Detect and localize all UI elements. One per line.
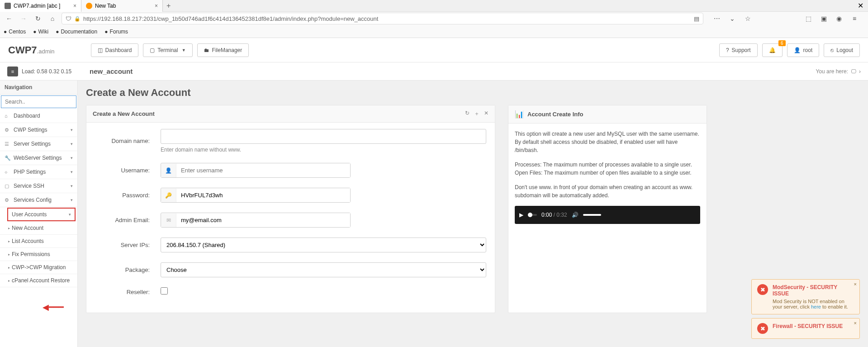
close-icon[interactable]: ✕ — [484, 110, 489, 118]
user-button[interactable]: 👤root — [787, 43, 820, 57]
chevron-down-icon: ▾ — [71, 198, 73, 202]
sidebar-icon[interactable]: ▣ — [818, 13, 829, 24]
chevron-right-icon: › — [859, 68, 861, 75]
browser-tab[interactable]: CWP7.admin [abc ] × — [0, 0, 81, 12]
form-row-serverips: Server IPs: 206.84.150.7 (Shared) — [93, 238, 489, 252]
user-icon: 👤 — [161, 164, 176, 177]
error-icon: ✖ — [757, 284, 768, 295]
password-input[interactable] — [176, 188, 350, 202]
content: Create a New Account Create a New Accoun… — [78, 81, 868, 347]
audio-player[interactable]: ▶ 0:00 / 0:32 🔊 — [515, 206, 700, 224]
panel-row: Create a New Account ↻ ＋ ✕ Domain name: … — [86, 105, 860, 313]
form-row-reseller: Reseller: — [93, 287, 489, 296]
sidebar-item-user-accounts[interactable]: User Accounts▾ — [7, 208, 76, 221]
sidebar-item-dashboard[interactable]: ⌂Dashboard — [0, 109, 77, 123]
toast-title: ModSecurity - SECURITY ISSUE — [773, 284, 854, 297]
sidebar-sub-fix-permissions[interactable]: ▸Fix Permissions — [0, 248, 77, 261]
dashboard-icon: ◫ — [98, 47, 103, 53]
sidebar-sub-list-accounts[interactable]: ▸List Accounts — [0, 235, 77, 248]
terminal-icon: ▢ — [5, 183, 11, 189]
panel-title: Account Create Info — [527, 111, 583, 118]
sidebar-sub-new-account[interactable]: ▸New Account — [0, 222, 77, 235]
toast-text: to enable it. — [821, 304, 848, 309]
breadcrumb: You are here: 🖵 › — [816, 68, 861, 75]
window-close-icon[interactable]: ✕ — [853, 1, 868, 10]
nav-search-input[interactable] — [1, 95, 76, 108]
reseller-checkbox[interactable] — [161, 287, 168, 295]
package-select[interactable]: Choose — [161, 262, 486, 277]
serverips-label: Server IPs: — [93, 242, 161, 248]
username-label: Username: — [93, 167, 161, 174]
volume-icon[interactable]: 🔊 — [572, 212, 579, 218]
refresh-icon[interactable]: ↻ — [465, 110, 470, 118]
triangle-icon: ▸ — [8, 266, 10, 270]
star-icon[interactable]: ☆ — [742, 13, 753, 24]
notifications-button[interactable]: 🔔 6 — [762, 43, 783, 57]
tab-close-icon[interactable]: × — [73, 3, 76, 9]
code-icon: ⟐ — [5, 169, 11, 175]
pocket-icon[interactable]: ⌄ — [727, 13, 738, 24]
sidebar-item-php-settings[interactable]: ⟐PHP Settings▾ — [0, 165, 77, 179]
bookmark-item[interactable]: ● Documentation — [56, 29, 97, 35]
form-row-domain: Domain name: Enter domain name without w… — [93, 129, 489, 153]
server-icon: ☰ — [5, 141, 11, 147]
toast-close-icon[interactable]: × — [854, 281, 857, 287]
form-row-email: Admin Email: ✉ — [93, 213, 489, 228]
username-input[interactable] — [176, 163, 350, 177]
menu-icon[interactable]: ≡ — [849, 13, 860, 24]
reload-button[interactable]: ↻ — [33, 13, 43, 24]
bookmark-item[interactable]: ● Centos — [4, 29, 26, 35]
new-tab-button[interactable]: + — [163, 2, 174, 10]
terminal-button[interactable]: ▢Terminal▼ — [143, 43, 192, 57]
sidebar-item-webserver-settings[interactable]: 🔧WebServer Settings▾ — [0, 151, 77, 165]
library-icon[interactable]: ⬚ — [803, 13, 814, 24]
chart-icon: 📊 — [515, 110, 524, 119]
dashboard-button[interactable]: ◫Dashboard — [91, 43, 139, 57]
more-icon[interactable]: ⋯ — [711, 13, 722, 24]
account-icon[interactable]: ◉ — [834, 13, 844, 24]
toast-title: Firewall - SECURITY ISSUE — [773, 323, 843, 329]
bookmark-item[interactable]: ● Wiki — [33, 29, 48, 35]
bookmark-item[interactable]: ● Forums — [104, 29, 128, 35]
support-button[interactable]: ?Support — [719, 43, 758, 57]
toast-firewall: × ✖ Firewall - SECURITY ISSUE — [751, 318, 860, 339]
email-input[interactable] — [176, 213, 350, 227]
tab-bar: CWP7.admin [abc ] × New Tab × + ✕ — [0, 0, 868, 12]
panel-actions: ↻ ＋ ✕ — [465, 110, 489, 118]
back-button[interactable]: ← — [4, 13, 14, 24]
envelope-icon: ✉ — [161, 214, 176, 227]
sidebar-sub-cwp-migration[interactable]: ▸CWP->CWP Migration — [0, 261, 77, 274]
audio-progress[interactable] — [528, 214, 537, 216]
forward-button: → — [18, 13, 29, 24]
home-button[interactable]: ⌂ — [47, 13, 58, 24]
serverips-select[interactable]: 206.84.150.7 (Shared) — [161, 238, 486, 252]
browser-tab[interactable]: New Tab × — [81, 0, 163, 12]
play-icon[interactable]: ▶ — [519, 212, 523, 218]
logout-button[interactable]: ⎋Logout — [824, 43, 860, 57]
monitor-icon[interactable]: 🖵 — [851, 68, 856, 75]
load-indicator: ≡ Load: 0.58 0.32 0.15 — [7, 67, 71, 76]
info-text: Processes: The maximum number of process… — [515, 161, 700, 177]
form-row-password: Password: 🔑 — [93, 188, 489, 203]
sidebar-sub-cpanel-restore[interactable]: ▸cPanel Account Restore — [0, 274, 77, 287]
sidebar-item-services-config[interactable]: ⚙Services Config▾ — [0, 193, 77, 207]
domain-input[interactable] — [161, 129, 486, 144]
shield-icon: 🛡 — [66, 15, 71, 22]
terminal-icon: ▢ — [150, 47, 155, 53]
tab-close-icon[interactable]: × — [155, 3, 158, 9]
lock-icon: 🔒 — [74, 16, 81, 22]
toast-link[interactable]: here — [811, 304, 821, 309]
reader-icon[interactable]: ▤ — [694, 15, 699, 22]
volume-slider[interactable] — [583, 214, 601, 216]
panel-title: Create a New Account — [93, 110, 155, 117]
sidebar-item-cwp-settings[interactable]: ⚙CWP Settings▾ — [0, 123, 77, 137]
notif-count: 6 — [778, 40, 786, 46]
logo: CWP7.admin — [8, 44, 55, 56]
sidebar-item-service-ssh[interactable]: ▢Service SSH▾ — [0, 179, 77, 193]
sidebar-item-server-settings[interactable]: ☰Server Settings▾ — [0, 137, 77, 151]
triangle-icon: ▸ — [8, 252, 10, 257]
plus-icon[interactable]: ＋ — [474, 110, 479, 118]
url-bar[interactable]: 🛡 🔒 https://192.168.18.217:2031/cwp_1b50… — [62, 13, 703, 24]
filemanager-button[interactable]: 🖿FileManager — [197, 43, 249, 57]
toast-close-icon[interactable]: × — [854, 320, 857, 326]
